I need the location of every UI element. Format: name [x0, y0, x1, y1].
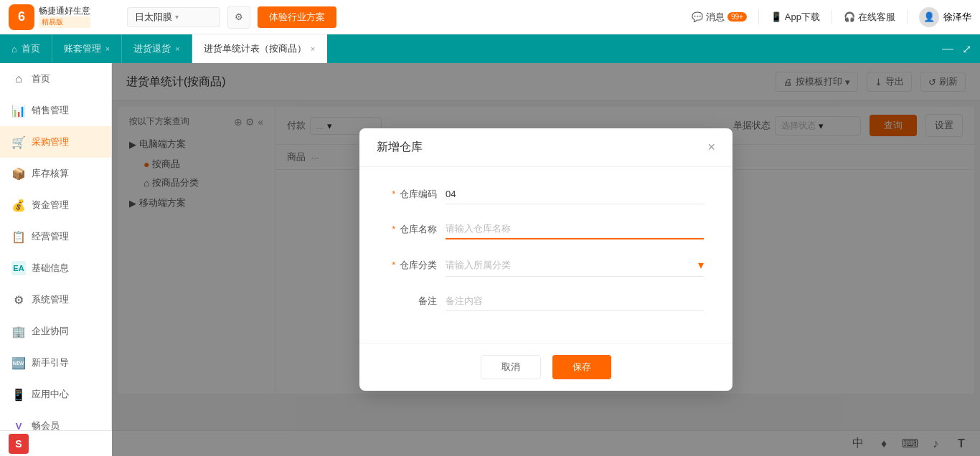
tab-purchase-stats-close[interactable]: × [311, 44, 315, 53]
tab-minimize-icon[interactable]: — [939, 42, 956, 55]
modal-overlay: 新增仓库 × * 仓库编码 * [112, 63, 980, 456]
user-info[interactable]: 👤 徐泽华 [919, 7, 971, 27]
content-area: 进货单统计(按商品) 🖨 按模板打印 ▾ ⤓ 导出 ↺ 刷新 [112, 63, 980, 456]
note-label: 备注 [388, 295, 446, 308]
cancel-button[interactable]: 取消 [481, 355, 541, 379]
purchase-icon: 🛒 [11, 135, 26, 149]
settings-button[interactable]: ⚙ [227, 6, 250, 29]
sidebar-item-system-label: 系统管理 [32, 293, 69, 306]
sidebar-item-inventory[interactable]: 📦 库存核算 [0, 158, 111, 189]
sidebar: ⌂ 首页 📊 销售管理 🛒 采购管理 📦 库存核算 💰 资金管理 📋 经营管理 … [0, 63, 112, 456]
form-row-name: * 仓库名称 [388, 219, 704, 239]
sidebar-item-guide-label: 新手引导 [32, 356, 69, 369]
online-service-label: 在线客服 [858, 11, 895, 24]
category-label: * 仓库分类 [388, 259, 446, 272]
sidebar-item-guide[interactable]: 🆕 新手引导 [0, 347, 111, 379]
sidebar-item-home[interactable]: ⌂ 首页 [0, 63, 111, 95]
tab-purchase-return[interactable]: 进货退货 × [122, 34, 192, 63]
sidebar-item-basic[interactable]: EA 基础信息 [0, 252, 111, 284]
username: 徐泽华 [943, 11, 971, 24]
main-layout: ⌂ 首页 📊 销售管理 🛒 采购管理 📦 库存核算 💰 资金管理 📋 经营管理 … [0, 63, 980, 456]
sidebar-item-apps[interactable]: 📱 应用中心 [0, 379, 111, 410]
message-icon: 💬 [692, 11, 703, 22]
form-row-note: 备注 [388, 291, 704, 311]
guide-icon: 🆕 [11, 356, 26, 370]
trial-button[interactable]: 体验行业方案 [258, 6, 336, 28]
user-avatar: 👤 [919, 7, 939, 27]
modal-title: 新增仓库 [377, 140, 423, 155]
sales-icon: 📊 [11, 103, 26, 118]
phone-icon: 📱 [771, 11, 782, 22]
name-label: * 仓库名称 [388, 223, 446, 236]
sidebar-item-enterprise[interactable]: 🏢 企业协同 [0, 315, 111, 347]
sidebar-item-finance-label: 资金管理 [32, 199, 69, 212]
home-icon: ⌂ [11, 44, 17, 54]
tab-accounts[interactable]: 账套管理 × [52, 34, 122, 63]
sidebar-item-finance[interactable]: 💰 资金管理 [0, 189, 111, 221]
modal-close-button[interactable]: × [707, 140, 715, 155]
sidebar-item-system[interactable]: ⚙ 系统管理 [0, 284, 111, 315]
inventory-icon: 📦 [11, 166, 26, 181]
save-button[interactable]: 保存 [552, 355, 611, 379]
logo-area: 6 畅捷通好生意 精易版 [9, 4, 120, 30]
operation-icon: 📋 [11, 229, 26, 244]
sidebar-item-purchase[interactable]: 🛒 采购管理 [0, 126, 111, 158]
app-name: 畅捷通好生意 [39, 6, 90, 17]
sidebar-item-operation-label: 经营管理 [32, 230, 69, 243]
app-badge: 精易版 [39, 16, 90, 28]
modal-body: * 仓库编码 * 仓库名称 [359, 167, 732, 343]
system-icon: ⚙ [11, 293, 26, 307]
sidebar-item-sales[interactable]: 📊 销售管理 [0, 95, 111, 126]
modal-header: 新增仓库 × [359, 128, 732, 167]
sidebar-item-purchase-label: 采购管理 [32, 136, 69, 148]
header-right: 💬 消息 99+ 📱 App下载 🎧 在线客服 👤 徐泽华 [692, 7, 971, 27]
category-arrow-icon: ▾ [698, 258, 704, 272]
message-label: 消息 [706, 11, 725, 24]
basic-icon: EA [11, 261, 26, 275]
message-badge: 99+ [727, 12, 747, 22]
code-input[interactable] [446, 184, 704, 204]
tab-purchase-stats[interactable]: 进货单统计表（按商品） × [192, 34, 327, 63]
note-input[interactable] [446, 291, 704, 311]
message-group[interactable]: 💬 消息 99+ [692, 11, 747, 24]
form-row-code: * 仓库编码 [388, 184, 704, 204]
online-service-group[interactable]: 🎧 在线客服 [844, 11, 895, 24]
sidebar-item-sales-label: 销售管理 [32, 104, 69, 117]
sidebar-item-enterprise-label: 企业协同 [32, 325, 69, 338]
tab-home-label: 首页 [22, 42, 40, 55]
sidebar-item-operation[interactable]: 📋 经营管理 [0, 221, 111, 252]
enterprise-icon: 🏢 [11, 324, 26, 338]
tab-purchase-stats-label: 进货单统计表（按商品） [204, 42, 306, 55]
sidebar-item-home-label: 首页 [32, 72, 50, 85]
sidebar-item-apps-label: 应用中心 [32, 388, 69, 401]
tab-bar: ⌂ 首页 账套管理 × 进货退货 × 进货单统计表（按商品） × — ⤢ [0, 34, 980, 63]
code-label: * 仓库编码 [388, 188, 446, 201]
store-name: 日太阳膜 [135, 11, 172, 24]
name-input[interactable] [446, 219, 704, 239]
finance-icon: 💰 [11, 198, 26, 212]
tab-home[interactable]: ⌂ 首页 [0, 34, 52, 63]
home-icon: ⌂ [11, 72, 26, 86]
category-select[interactable]: 请输入所属分类 ▾ [446, 254, 704, 277]
modal-footer: 取消 保存 [359, 343, 732, 391]
chevron-down-icon: ▾ [175, 13, 179, 21]
tab-accounts-label: 账套管理 [64, 42, 101, 55]
apps-icon: 📱 [11, 387, 26, 402]
sidebar-item-inventory-label: 库存核算 [32, 167, 69, 180]
app-download-label: App下载 [785, 11, 820, 24]
s-logo: S [9, 434, 29, 454]
store-selector[interactable]: 日太阳膜 ▾ [127, 7, 220, 27]
tab-purchase-return-close[interactable]: × [175, 44, 179, 53]
divider [758, 10, 759, 24]
divider2 [831, 10, 832, 24]
tab-accounts-close[interactable]: × [105, 44, 110, 53]
top-header: 6 畅捷通好生意 精易版 日太阳膜 ▾ ⚙ 体验行业方案 💬 消息 99+ 📱 … [0, 0, 980, 34]
app-download-group[interactable]: 📱 App下载 [771, 11, 820, 24]
tab-expand-icon[interactable]: ⤢ [959, 42, 974, 56]
sidebar-item-basic-label: 基础信息 [32, 262, 69, 275]
add-warehouse-modal: 新增仓库 × * 仓库编码 * [359, 128, 732, 391]
headset-icon: 🎧 [844, 11, 855, 22]
form-row-category: * 仓库分类 请输入所属分类 ▾ [388, 254, 704, 277]
app-logo: 6 [9, 4, 34, 30]
divider3 [907, 10, 908, 24]
